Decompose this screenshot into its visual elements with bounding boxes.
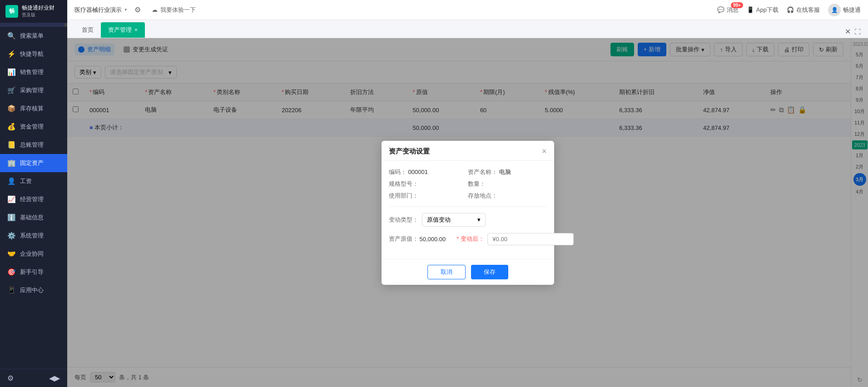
sidebar-item-sales[interactable]: 📊 销售管理 [0,63,67,81]
app-download-button[interactable]: 📱 App下载 [747,6,779,14]
sidebar-item-finance-label: 资金管理 [20,123,44,131]
service-label: 在线客服 [796,6,820,14]
beginner-icon: 🎯 [7,268,15,276]
sidebar-item-purchase[interactable]: 🛒 采购管理 [0,81,67,99]
sidebar-item-ledger[interactable]: 📒 总账管理 [0,136,67,154]
experience-label: 我要体验一下 [160,6,196,14]
sidebar: 畅 畅捷通好业财 普及版 🔍 搜索菜单 ⚡ 快捷导航 📊 销售管理 🛒 采购管理… [0,0,67,387]
sidebar-item-basic-info[interactable]: ℹ️ 基础信息 [0,208,67,227]
company-selector[interactable]: 医疗器械行业演示 ▾ [74,6,127,14]
modal-close-button[interactable]: × [542,147,547,155]
sidebar-item-system-label: 系统管理 [20,232,44,240]
modal-spec-item: 规格型号： [389,180,468,188]
user-menu[interactable]: 👤 畅捷通 [828,4,861,16]
sidebar-item-basic-info-label: 基础信息 [20,213,44,222]
sidebar-item-search-label: 搜索菜单 [20,32,44,40]
change-type-select[interactable]: 原值变动 ▾ [422,213,486,227]
window-close-icon[interactable]: ✕ [845,27,851,36]
logo-name: 畅捷通好业财 [22,5,55,12]
change-type-field: 变动类型： 原值变动 ▾ [389,213,547,227]
topbar: 医疗器械行业演示 ▾ ⚙ ☁ 我要体验一下 💬 消息 99+ 📱 App下载 🎧… [67,0,868,20]
sidebar-bottom: ⚙ ◀▶ [0,369,67,387]
tab-close-icon[interactable]: × [134,27,138,33]
sidebar-item-enterprise-label: 企业协同 [20,250,44,258]
tab-asset-management[interactable]: 资产管理 × [101,22,145,38]
topbar-right: 💬 消息 99+ 📱 App下载 🎧 在线客服 👤 畅捷通 [717,4,861,16]
sidebar-item-system[interactable]: ⚙️ 系统管理 [0,227,67,245]
app-download-icon: 📱 [747,6,754,13]
modal-name-value: 电脑 [499,168,511,176]
payroll-icon: 👤 [7,177,15,185]
sidebar-item-payroll[interactable]: 👤 工资 [0,172,67,190]
sidebar-item-inventory[interactable]: 📦 库存核算 [0,99,67,118]
change-type-label: 变动类型： [389,216,418,224]
sidebar-nav: 🔍 搜索菜单 ⚡ 快捷导航 📊 销售管理 🛒 采购管理 📦 库存核算 💰 资金管… [0,27,67,369]
content-area: 资产明细 变更生成凭证 刷账 + 新增 批量操作 ▾ ↑ [67,38,868,387]
modal-location-label: 存放地点： [468,192,497,200]
collapse-icon[interactable]: ◀▶ [49,374,60,382]
tab-home[interactable]: 首页 [74,22,101,38]
original-value-field: 资产原值： 50,000.00 * 变动后： [389,233,547,245]
avatar: 👤 [828,4,841,16]
sidebar-item-payroll-label: 工资 [20,177,32,185]
modal-quantity-item: 数量： [468,180,547,188]
modal-name-item: 资产名称： 电脑 [468,168,547,176]
cancel-button[interactable]: 取消 [427,265,466,279]
settings-icon[interactable]: ⚙ [7,374,14,382]
modal-title: 资产变动设置 [389,147,430,156]
modal-overlay: 资产变动设置 × 编码： 000001 资产名称： 电脑 [67,38,868,387]
sidebar-item-operations[interactable]: 📈 经营管理 [0,190,67,208]
user-name: 畅捷通 [843,6,861,14]
modal-dept-item: 使用部门： [389,192,468,200]
apps-icon: 📱 [7,286,15,294]
sidebar-item-finance[interactable]: 💰 资金管理 [0,118,67,136]
company-name: 医疗器械行业演示 [74,6,122,14]
change-type-dropdown-icon: ▾ [477,216,481,223]
sidebar-item-sales-label: 销售管理 [20,68,44,76]
app-download-label: App下载 [756,6,779,14]
sidebar-item-enterprise[interactable]: 🤝 企业协同 [0,245,67,263]
basic-info-icon: ℹ️ [7,213,15,222]
after-value-input[interactable] [487,233,574,245]
sidebar-item-apps[interactable]: 📱 应用中心 [0,281,67,299]
search-icon: 🔍 [7,32,15,40]
sidebar-item-quicknav[interactable]: ⚡ 快捷导航 [0,45,67,63]
modal-code-item: 编码： 000001 [389,168,468,176]
experience-icon: ☁ [152,6,158,13]
asset-change-modal: 资产变动设置 × 编码： 000001 资产名称： 电脑 [382,141,554,285]
sidebar-item-beginner[interactable]: 🎯 新手引导 [0,263,67,281]
logo-icon: 畅 [5,5,18,18]
online-service-button[interactable]: 🎧 在线客服 [787,6,820,14]
after-label: * 变动后： [456,235,484,243]
modal-body: 编码： 000001 资产名称： 电脑 规格型号： 数量： [382,161,554,259]
sidebar-item-search[interactable]: 🔍 搜索菜单 [0,27,67,45]
modal-code-value: 000001 [408,169,428,175]
original-value-value: 50,000.00 [420,236,446,243]
modal-divider [389,206,547,207]
modal-info-grid: 编码： 000001 资产名称： 电脑 规格型号： 数量： [389,168,547,200]
notification-icon: 💬 [717,6,724,13]
logo-edition: 普及版 [22,12,55,18]
inventory-icon: 📦 [7,104,15,113]
company-dropdown-icon: ▾ [124,7,127,13]
finance-icon: 💰 [7,123,15,131]
sidebar-item-quicknav-label: 快捷导航 [20,50,44,58]
modal-quantity-label: 数量： [468,180,486,188]
sidebar-item-operations-label: 经营管理 [20,195,44,203]
window-maximize-icon[interactable]: ⛶ [854,28,861,35]
quicknav-icon: ⚡ [7,50,15,58]
sidebar-item-fixed-assets-label: 固定资产 [20,159,44,167]
tabs-bar: 首页 资产管理 × ✕ ⛶ [67,20,868,38]
sidebar-item-fixed-assets[interactable]: 🏢 固定资产 [0,154,67,172]
notification-button[interactable]: 💬 消息 99+ [717,6,739,14]
save-button[interactable]: 保存 [471,265,508,279]
original-value-label: 资产原值： [389,235,416,243]
enterprise-icon: 🤝 [7,250,15,258]
sales-icon: 📊 [7,68,15,76]
main-area: 医疗器械行业演示 ▾ ⚙ ☁ 我要体验一下 💬 消息 99+ 📱 App下载 🎧… [67,0,868,387]
experience-button[interactable]: ☁ 我要体验一下 [152,6,196,14]
notification-badge: 99+ [731,2,743,8]
tab-home-label: 首页 [82,26,94,34]
topbar-gear-icon[interactable]: ⚙ [134,5,141,14]
sidebar-item-ledger-label: 总账管理 [20,141,44,149]
